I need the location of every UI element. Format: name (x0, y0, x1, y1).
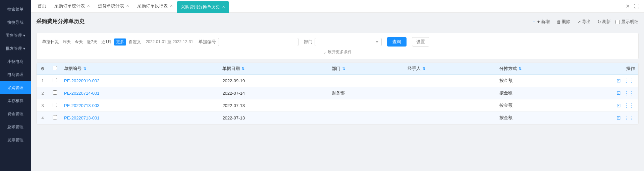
row-select-1[interactable] (53, 78, 57, 82)
row-checkbox-3 (49, 99, 61, 112)
filter-settings-button[interactable]: 设置 (412, 37, 429, 47)
add-button[interactable]: ＋ + 新增 (530, 17, 552, 26)
row-view-icon-2[interactable]: ⊡ (616, 89, 622, 97)
row-docnum-3: PE-20220713-003 (61, 99, 219, 112)
filter-expand-button[interactable]: ⌄ 展开更多条件 (323, 49, 352, 55)
table-row: 1 PE-20220919-002 2022-09-19 按金额 ⊡ ⋮⋮ (37, 75, 638, 87)
row-checkbox-2 (49, 87, 61, 99)
filter-dept-select[interactable]: 财务部 (315, 38, 382, 46)
tab-close-inbound-stats[interactable]: ✕ (126, 4, 129, 8)
th-actions: 操作 (605, 63, 638, 75)
date-btn-7days[interactable]: 近7天 (86, 38, 99, 46)
row-alloc-4: 按金额 (496, 112, 605, 124)
chevron-down-icon: ⌄ (323, 50, 326, 55)
date-btn-more[interactable]: 更多 (114, 38, 126, 46)
sort-docnum-icon[interactable]: ⇅ (83, 67, 86, 71)
row-handler-4 (404, 112, 496, 124)
row-dept-4 (328, 112, 404, 124)
delete-button[interactable]: 🗑 删除 (554, 17, 573, 26)
plus-icon: ＋ (532, 19, 536, 25)
page-content: 采购费用分摊单历史 ＋ + 新增 🗑 删除 ↗ 导出 ↻ 刷新 (31, 13, 644, 171)
sort-alloc-icon[interactable]: ⇅ (519, 67, 522, 71)
row-num-4: 4 (37, 112, 49, 124)
row-docnum-link-2[interactable]: PE-20220714-001 (64, 91, 100, 96)
sidebar-item-search[interactable]: 搜索菜单 (0, 3, 31, 16)
sidebar-item-quicknav[interactable]: 快捷导航 (0, 16, 31, 29)
row-num-3: 3 (37, 99, 49, 112)
sidebar-item-purchase[interactable]: 采购管理 (0, 81, 31, 94)
main-area: 首页 采购订单统计表 ✕ 进货单统计表 ✕ 采购订单执行表 ✕ 采购费用分摊单历… (31, 0, 644, 171)
tab-close-purchase-order-stats[interactable]: ✕ (87, 4, 90, 8)
row-more-icon-4[interactable]: ⋮⋮ (624, 114, 635, 121)
show-columns-toggle[interactable]: 显示明细 (615, 19, 639, 25)
sidebar-item-retail[interactable]: 零售管理 ▾ (0, 29, 31, 42)
th-handler: 经手人 ⇅ (404, 63, 496, 75)
row-checkbox-1 (49, 75, 61, 87)
filter-date-item: 单据日期 昨天 今天 近7天 近1月 更多 自定义 2022-01-01 至 2… (42, 38, 193, 46)
data-table: ⚙ 单据编号 ⇅ 单据日期 (37, 63, 638, 124)
filter-docnum-input[interactable] (218, 38, 299, 46)
row-select-4[interactable] (53, 115, 57, 119)
row-alloc-2: 按金额 (496, 87, 605, 99)
th-settings: ⚙ (37, 63, 49, 75)
tab-inbound-stats[interactable]: 进货单统计表 ✕ (94, 0, 133, 13)
row-docnum-link-1[interactable]: PE-20220919-002 (64, 78, 100, 83)
sort-handler-icon[interactable]: ⇅ (422, 67, 425, 71)
sidebar-item-inventory[interactable]: 库存核算 (0, 94, 31, 107)
table-row: 4 PE-20220713-001 2022-07-13 按金额 ⊡ ⋮⋮ (37, 112, 638, 124)
row-docnum-link-3[interactable]: PE-20220713-003 (64, 103, 100, 108)
row-date-4: 2022-07-13 (219, 112, 328, 124)
settings-icon[interactable]: ⚙ (41, 66, 45, 71)
row-docnum-link-4[interactable]: PE-20220713-001 (64, 115, 100, 120)
filter-search-button[interactable]: 查询 (387, 37, 407, 47)
select-all-checkbox[interactable] (53, 66, 57, 70)
sidebar-item-finance[interactable]: 资金管理 (0, 107, 31, 120)
export-button[interactable]: ↗ 导出 (575, 17, 593, 26)
toolbar: ＋ + 新增 🗑 删除 ↗ 导出 ↻ 刷新 显示明细 (530, 17, 639, 26)
sidebar-item-wholesale[interactable]: 批发管理 ▾ (0, 42, 31, 55)
date-btn-custom[interactable]: 自定义 (127, 38, 142, 46)
tab-purchase-exec[interactable]: 采购订单执行表 ✕ (133, 0, 177, 13)
row-docnum-2: PE-20220714-001 (61, 87, 219, 99)
date-btn-1month[interactable]: 近1月 (100, 38, 113, 46)
row-view-icon-1[interactable]: ⊡ (616, 77, 622, 84)
row-select-2[interactable] (53, 90, 57, 95)
row-more-icon-2[interactable]: ⋮⋮ (624, 89, 635, 97)
row-alloc-1: 按金额 (496, 75, 605, 87)
date-btn-yesterday[interactable]: 昨天 (61, 38, 72, 46)
row-view-icon-3[interactable]: ⊡ (616, 102, 622, 109)
row-actions-3: ⊡ ⋮⋮ (605, 99, 638, 112)
refresh-button[interactable]: ↻ 刷新 (595, 17, 613, 26)
row-more-icon-1[interactable]: ⋮⋮ (624, 77, 635, 84)
filter-expand-row: ⌄ 展开更多条件 (42, 49, 633, 55)
row-dept-2: 财务部 (328, 87, 404, 99)
row-more-icon-3[interactable]: ⋮⋮ (624, 102, 635, 109)
th-date: 单据日期 ⇅ (219, 63, 328, 75)
tab-purchase-alloc-history[interactable]: 采购费用分摊单历史 ✕ (177, 1, 229, 13)
row-select-3[interactable] (53, 103, 57, 107)
filter-date-buttons: 昨天 今天 近7天 近1月 更多 自定义 (61, 38, 142, 46)
row-actions-4: ⊡ ⋮⋮ (605, 112, 638, 124)
tab-close-purchase-alloc-history[interactable]: ✕ (222, 5, 225, 9)
row-date-3: 2022-07-13 (219, 99, 328, 112)
sort-date-icon[interactable]: ⇅ (241, 67, 245, 71)
tab-fullscreen-button[interactable]: ⛶ (632, 3, 641, 9)
sidebar-item-ecom-small[interactable]: 小畅电商 (0, 55, 31, 68)
row-date-1: 2022-09-19 (219, 75, 328, 87)
row-view-icon-4[interactable]: ⊡ (616, 114, 622, 121)
filter-dept-item: 部门 财务部 (304, 38, 382, 46)
sort-dept-icon[interactable]: ⇅ (342, 67, 345, 71)
tab-close-purchase-exec[interactable]: ✕ (170, 4, 173, 8)
tab-purchase-order-stats[interactable]: 采购订单统计表 ✕ (50, 0, 94, 13)
tab-close-all-button[interactable]: ✕ (624, 3, 632, 9)
show-columns-checkbox-input[interactable] (615, 20, 620, 24)
tab-home[interactable]: 首页 (34, 0, 50, 13)
export-icon: ↗ (577, 19, 581, 24)
row-docnum-1: PE-20220919-002 (61, 75, 219, 87)
date-btn-today[interactable]: 今天 (73, 38, 84, 46)
sidebar-item-invoice[interactable]: 发票管理 (0, 133, 31, 146)
sidebar-item-ecom[interactable]: 电商管理 (0, 68, 31, 81)
data-table-wrapper: ⚙ 单据编号 ⇅ 单据日期 (36, 63, 639, 124)
row-actions-1: ⊡ ⋮⋮ (605, 75, 638, 87)
sidebar-item-ledger[interactable]: 总账管理 (0, 120, 31, 133)
